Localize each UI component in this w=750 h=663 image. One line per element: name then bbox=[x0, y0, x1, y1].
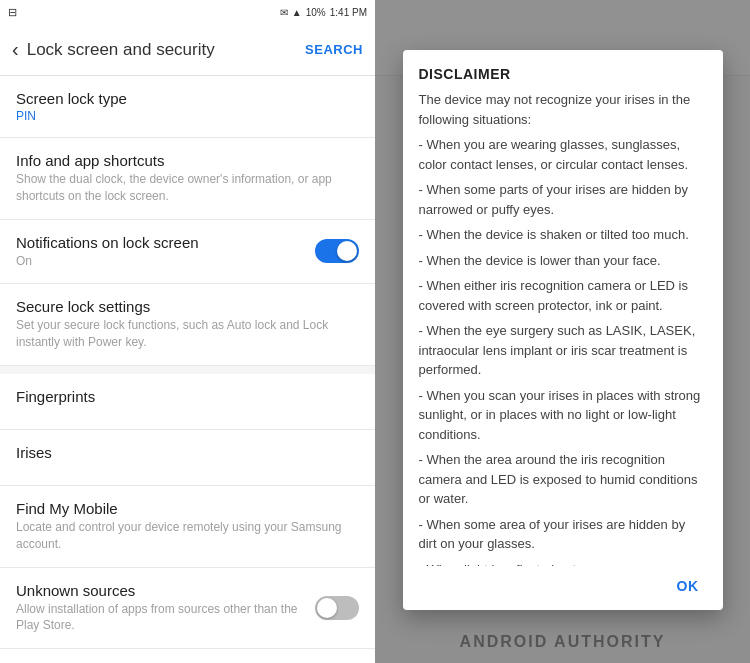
disclaimer-dialog: DISCLAIMER The device may not recognize … bbox=[403, 50, 723, 610]
time-display: 1:41 PM bbox=[330, 7, 367, 18]
back-button[interactable]: ‹ bbox=[12, 38, 19, 61]
dialog-paragraph: - When you are wearing glasses, sunglass… bbox=[419, 135, 707, 174]
settings-item-subtitle: Show the dual clock, the device owner's … bbox=[16, 171, 359, 205]
settings-item-subtitle: Locate and control your device remotely … bbox=[16, 519, 359, 553]
status-bar-left: ⊟ bbox=[8, 6, 17, 19]
header: ‹ Lock screen and security SEARCH bbox=[0, 24, 375, 76]
toggle-unknown-sources[interactable] bbox=[315, 596, 359, 620]
settings-item-title: Notifications on lock screen bbox=[16, 234, 199, 251]
notification-icon: ⊟ bbox=[8, 6, 17, 19]
settings-item-unknown-sources[interactable]: Unknown sources Allow installation of ap… bbox=[0, 568, 375, 650]
settings-item-irises[interactable]: Irises bbox=[0, 430, 375, 486]
status-bar: ⊟ ✉ ▲ 10% 1:41 PM bbox=[0, 0, 375, 24]
settings-item-value: PIN bbox=[16, 109, 359, 123]
dialog-paragraph: The device may not recognize your irises… bbox=[419, 90, 707, 129]
right-panel: DISCLAIMER The device may not recognize … bbox=[375, 0, 750, 663]
settings-item-subtitle: Allow installation of apps from sources … bbox=[16, 601, 315, 635]
status-bar-right: ✉ ▲ 10% 1:41 PM bbox=[280, 7, 367, 18]
dialog-paragraph: - When either iris recognition camera or… bbox=[419, 276, 707, 315]
settings-item-title: Info and app shortcuts bbox=[16, 152, 359, 169]
dialog-paragraph: - When the eye surgery such as LASIK, LA… bbox=[419, 321, 707, 380]
dialog-paragraph: - When some parts of your irises are hid… bbox=[419, 180, 707, 219]
settings-item-title: Unknown sources bbox=[16, 582, 315, 599]
settings-item-title: Find My Mobile bbox=[16, 500, 359, 517]
dialog-title: DISCLAIMER bbox=[403, 50, 723, 90]
toggle-notifications-lock-screen[interactable] bbox=[315, 239, 359, 263]
battery-text: 10% bbox=[306, 7, 326, 18]
divider bbox=[0, 366, 375, 374]
signal-icon: ✉ bbox=[280, 7, 288, 18]
wifi-icon: ▲ bbox=[292, 7, 302, 18]
settings-item-screen-lock-type[interactable]: Screen lock type PIN bbox=[0, 76, 375, 138]
settings-item-fingerprints[interactable]: Fingerprints bbox=[0, 374, 375, 430]
settings-item-secure-lock-settings[interactable]: Secure lock settings Set your secure loc… bbox=[0, 284, 375, 366]
ok-button[interactable]: OK bbox=[669, 574, 707, 598]
settings-item-title: Fingerprints bbox=[16, 388, 359, 405]
settings-item-find-my-mobile[interactable]: Find My Mobile Locate and control your d… bbox=[0, 486, 375, 568]
settings-item-title: Secure lock settings bbox=[16, 298, 359, 315]
page-title: Lock screen and security bbox=[27, 40, 305, 60]
settings-item-subtitle: Set your secure lock functions, such as … bbox=[16, 317, 359, 351]
dialog-actions: OK bbox=[403, 566, 723, 610]
dialog-paragraph: - When you scan your irises in places wi… bbox=[419, 386, 707, 445]
settings-item-info-app-shortcuts[interactable]: Info and app shortcuts Show the dual clo… bbox=[0, 138, 375, 220]
settings-item-subtitle: On bbox=[16, 253, 199, 270]
dialog-paragraph: - When the device is shaken or tilted to… bbox=[419, 225, 707, 245]
dialog-overlay: DISCLAIMER The device may not recognize … bbox=[375, 0, 750, 663]
dialog-paragraph: - When the area around the iris recognit… bbox=[419, 450, 707, 509]
dialog-paragraph: - When some area of your irises are hidd… bbox=[419, 515, 707, 554]
left-panel: ⊟ ✉ ▲ 10% 1:41 PM ‹ Lock screen and secu… bbox=[0, 0, 375, 663]
dialog-paragraph: - When the device is lower than your fac… bbox=[419, 251, 707, 271]
settings-item-title: Screen lock type bbox=[16, 90, 359, 107]
search-button[interactable]: SEARCH bbox=[305, 42, 363, 57]
settings-list: Screen lock type PIN Info and app shortc… bbox=[0, 76, 375, 663]
settings-item-title: Irises bbox=[16, 444, 359, 461]
dialog-content: The device may not recognize your irises… bbox=[403, 90, 723, 566]
settings-item-encrypt-device[interactable]: Encrypt device Protect your device by en… bbox=[0, 649, 375, 663]
settings-item-notifications-lock-screen[interactable]: Notifications on lock screen On bbox=[0, 220, 375, 285]
